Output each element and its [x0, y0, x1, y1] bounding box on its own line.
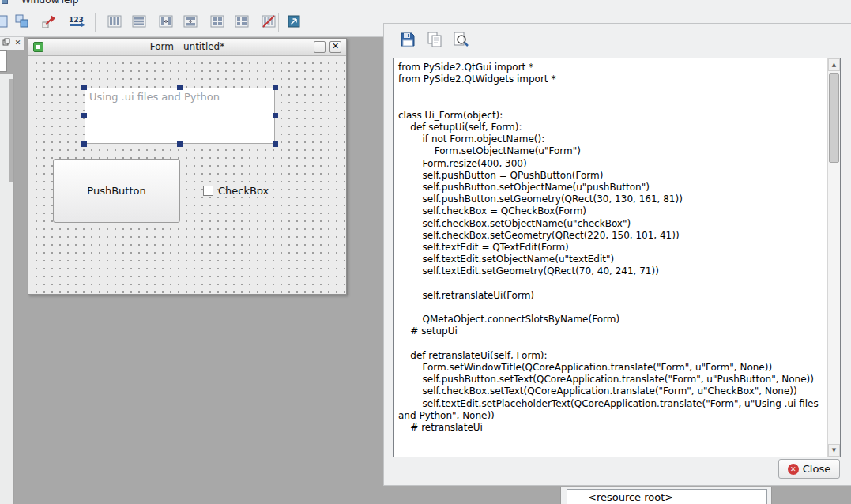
edit-signals-slots-icon: [41, 13, 57, 29]
edit-widgets-icon: [14, 13, 30, 29]
toolbar-button-layout-splitter-horizontal[interactable]: [155, 10, 177, 32]
resize-handle-right[interactable]: [273, 113, 278, 118]
lay-out-in-a-form-layout-icon: [234, 13, 250, 29]
pushbutton-label: PushButton: [87, 185, 145, 197]
form-canvas[interactable]: Using .ui files and Python PushButton Ch…: [29, 56, 345, 293]
form-window-title: Form - untitled*: [28, 41, 346, 52]
resize-handle-top[interactable]: [177, 85, 183, 90]
code-line: from PySide2.QtGui import *: [398, 62, 826, 73]
toolbar-button-layout-grid[interactable]: [206, 10, 228, 32]
resize-handle-top-right[interactable]: [273, 85, 278, 90]
code-line: self.pushButton.setText(QCoreApplication…: [398, 374, 826, 386]
pushbutton-widget[interactable]: PushButton: [53, 159, 180, 223]
code-line: QMetaObject.connectSlotsByName(Form): [398, 314, 826, 325]
menu-help[interactable]: Help: [57, 0, 78, 6]
toolbar-button-edit-widgets[interactable]: [11, 10, 33, 32]
widgetbox-filter-input[interactable]: [0, 50, 7, 72]
toolbar-button-layout-splitter-vertical[interactable]: [179, 10, 201, 32]
code-box: from PySide2.QtGui import *from PySide2.…: [393, 58, 841, 457]
code-line: self.textEdit.setObjectName(u"textEdit"): [398, 254, 826, 265]
dock-close-icon[interactable]: ✕: [13, 38, 23, 48]
code-line: # setupUi: [398, 325, 826, 337]
checkbox-indicator: [203, 186, 213, 196]
toolbar-button-break-layout[interactable]: [258, 10, 280, 32]
code-line: [398, 338, 826, 350]
code-line: class Ui_Form(object):: [398, 110, 826, 122]
code-vertical-scrollbar[interactable]: ▲ ▼: [827, 58, 840, 457]
code-line: self.checkBox = QCheckBox(Form): [398, 205, 826, 217]
form-window[interactable]: Form - untitled* - ✕ Using .ui files and…: [28, 38, 347, 295]
code-copy-button[interactable]: [424, 29, 445, 50]
lay-out-horizontally-icon: [107, 13, 122, 29]
close-button[interactable]: ✕ Close: [778, 459, 840, 479]
code-line: self.retranslateUi(Form): [398, 290, 826, 302]
break-layout-icon: [261, 13, 277, 29]
dock-float-icon[interactable]: [1, 38, 11, 48]
resize-handle-bottom[interactable]: [177, 141, 183, 147]
toolbar-button-edit-signals-slots[interactable]: [38, 10, 60, 32]
toolbar-separator: [278, 13, 279, 32]
code-line: [398, 302, 826, 314]
code-line: from PySide2.QtWidgets import *: [398, 73, 826, 85]
scroll-up-icon[interactable]: ▲: [828, 58, 840, 71]
close-icon: ✕: [788, 464, 799, 475]
code-line: self.textEdit = QTextEdit(Form): [398, 242, 826, 254]
resize-handle-left[interactable]: [81, 113, 87, 118]
resize-handle-top-left[interactable]: [81, 85, 87, 90]
code-save-button[interactable]: [397, 29, 418, 50]
lay-out-in-a-grid-icon: [209, 13, 225, 29]
code-line: if not Form.objectName():: [398, 134, 826, 145]
textedit-widget[interactable]: Using .ui files and Python: [85, 88, 275, 144]
code-line: # retranslateUi: [398, 422, 826, 434]
copy-icon: [426, 31, 443, 48]
scrollbar-handle[interactable]: [829, 73, 839, 163]
code-line: self.pushButton.setGeometry(QRect(30, 13…: [398, 194, 826, 205]
code-line: def setupUi(self, Form):: [398, 122, 826, 134]
code-line: def retranslateUi(self, Form):: [398, 350, 826, 362]
close-button-label: Close: [803, 463, 830, 475]
checkbox-label: CheckBox: [218, 185, 269, 197]
code-view[interactable]: from PySide2.QtGui import *from PySide2.…: [394, 58, 827, 457]
dock-titlebar: ✕: [0, 37, 24, 50]
edit-tab-order-icon: 123: [68, 13, 85, 29]
code-line: [398, 98, 826, 110]
lay-out-horizontally-in-splitter-icon: [158, 13, 174, 29]
toolbar-button-layout-form[interactable]: [231, 10, 253, 32]
code-line: self.checkBox.setText(QCoreApplication.t…: [398, 386, 826, 397]
code-viewer-panel: from PySide2.QtGui import *from PySide2.…: [383, 23, 851, 486]
scroll-down-icon[interactable]: ▼: [828, 444, 840, 457]
left-scrollbar-handle[interactable]: [9, 79, 13, 182]
adjust-size-icon: [286, 13, 302, 29]
code-line: self.checkBox.setGeometry(QRect(220, 150…: [398, 230, 826, 242]
qt-designer-window: Window Help 123: [0, 0, 851, 504]
lay-out-vertically-in-splitter-icon: [183, 13, 198, 29]
form-window-titlebar[interactable]: Form - untitled* - ✕: [28, 39, 346, 56]
code-line: self.textEdit.setPlaceholderText(QCoreAp…: [398, 398, 826, 410]
toolbar-button-adjust-size[interactable]: [283, 10, 305, 32]
code-line: self.checkBox.setObjectName(u"checkBox"): [398, 218, 826, 230]
form-close-button[interactable]: ✕: [329, 41, 341, 53]
resource-browser: <resource root>: [560, 487, 772, 504]
code-line: Form.setObjectName(u"Form"): [398, 145, 826, 157]
resize-handle-bottom-left[interactable]: [81, 141, 87, 147]
lay-out-vertically-icon: [131, 13, 147, 29]
toolbar-button-layout-horizontal[interactable]: [104, 10, 126, 32]
toolbar-button-layout-vertical[interactable]: [128, 10, 150, 32]
code-find-button[interactable]: [450, 29, 471, 50]
partial-toolbar-icon: [0, 13, 9, 29]
code-line: self.textEdit.setGeometry(QRect(70, 40, …: [398, 265, 826, 277]
menu-window[interactable]: Window: [21, 0, 58, 6]
form-minimize-button[interactable]: -: [314, 41, 326, 53]
checkbox-widget[interactable]: CheckBox: [203, 175, 283, 207]
resource-root-item[interactable]: <resource root>: [567, 489, 767, 504]
menu-bar: Window Help: [0, 0, 851, 7]
textedit-placeholder: Using .ui files and Python: [85, 88, 274, 105]
left-panel-edge: [0, 74, 14, 504]
app-icon: [2, 0, 8, 4]
find-icon: [452, 31, 469, 48]
code-line: Form.setWindowTitle(QCoreApplication.tra…: [398, 362, 826, 374]
toolbar-button-edit-tab-order[interactable]: 123: [66, 10, 88, 32]
code-line: [398, 278, 826, 290]
svg-text:123: 123: [69, 16, 84, 24]
resize-handle-bottom-right[interactable]: [273, 141, 278, 147]
